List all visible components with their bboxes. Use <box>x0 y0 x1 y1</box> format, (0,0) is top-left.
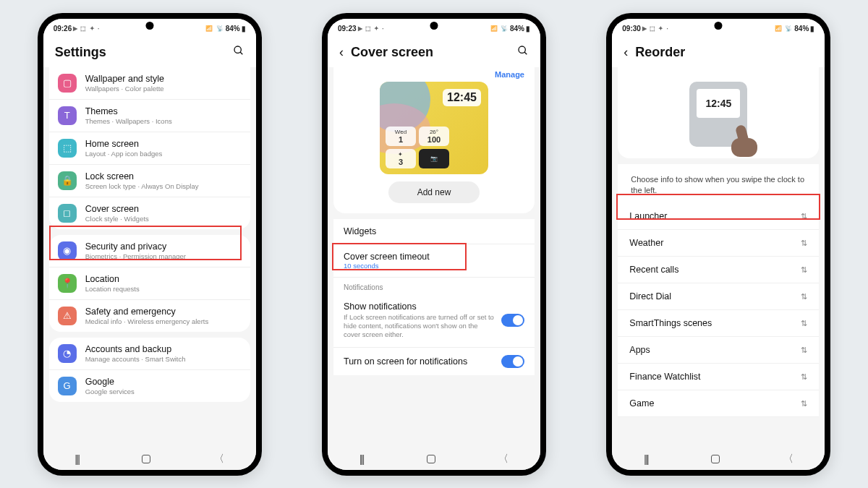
signal-wifi-icon: 📶 📡 <box>490 25 509 32</box>
preview-clock: 12:45 <box>443 89 481 106</box>
camera-cutout <box>715 22 723 30</box>
camera-cutout <box>430 22 438 30</box>
hand-icon <box>731 132 760 154</box>
svg-line-3 <box>524 52 527 54</box>
turn-on-toggle[interactable] <box>501 355 524 368</box>
signal-wifi-icon: 📶 📡 <box>205 25 224 32</box>
drag-handle-icon[interactable]: ⇅ <box>801 399 807 408</box>
reorder-item-launcher[interactable]: Launcher⇅ <box>618 203 819 230</box>
page-title: Cover screen <box>351 45 433 60</box>
reorder-content: 12:45 Choose info to show when you swipe… <box>612 67 825 448</box>
reorder-item-weather[interactable]: Weather⇅ <box>618 230 819 257</box>
drag-handle-icon[interactable]: ⇅ <box>801 319 807 328</box>
drag-handle-icon[interactable]: ⇅ <box>801 265 807 275</box>
drag-handle-icon[interactable]: ⇅ <box>801 372 807 382</box>
settings-row-wallpaper-and-style[interactable]: ▢ Wallpaper and styleWallpapers · Color … <box>49 67 250 100</box>
settings-row-lock-screen[interactable]: 🔒 Lock screenScreen lock type · Always O… <box>49 165 250 197</box>
drag-handle-icon[interactable]: ⇅ <box>801 212 807 221</box>
security-icon: ◉ <box>58 241 77 260</box>
svg-point-2 <box>519 46 525 53</box>
location-icon: 📍 <box>58 274 77 293</box>
nav-home[interactable] <box>142 455 150 463</box>
nav-home[interactable] <box>427 455 435 463</box>
status-left-icons: ▶ ⬚ ✦ · <box>73 25 100 32</box>
nav-back[interactable]: 〈 <box>498 453 509 466</box>
preview-area: Manage 12:45 Wed1 26°100 ✦3 📷 Add new <box>333 67 535 213</box>
preview-widget-weather: 26°100 <box>419 127 449 146</box>
settings-row-themes[interactable]: T ThemesThemes · Wallpapers · Icons <box>49 100 250 132</box>
reorder-item-direct-dial[interactable]: Direct Dial⇅ <box>618 283 819 310</box>
cover-content: Manage 12:45 Wed1 26°100 ✦3 📷 Add new Wi… <box>328 67 540 448</box>
battery-text: 84% <box>226 25 240 33</box>
nav-bar: ||| 〈 <box>43 448 256 470</box>
settings-row-accounts-and-backup[interactable]: ◔ Accounts and backupManage accounts · S… <box>49 338 250 370</box>
themes-icon: T <box>58 106 77 125</box>
google-icon: G <box>58 377 77 395</box>
battery-text: 84% <box>510 25 524 33</box>
settings-row-cover-screen[interactable]: ◻ Cover screenClock style · Widgets <box>49 197 250 229</box>
drag-handle-icon[interactable]: ⇅ <box>801 239 807 248</box>
nav-bar: ||| 〈 <box>328 448 540 470</box>
add-new-button[interactable]: Add new <box>388 181 480 203</box>
illustration: 12:45 <box>618 67 819 158</box>
timeout-row[interactable]: Cover screen timeout 10 seconds <box>333 244 535 278</box>
turn-on-row[interactable]: Turn on screen for notifications <box>333 348 535 375</box>
show-notif-toggle[interactable] <box>501 314 524 327</box>
drag-handle-icon[interactable]: ⇅ <box>801 346 807 355</box>
preview-widget-count: ✦3 <box>386 149 416 168</box>
search-icon[interactable] <box>233 45 244 59</box>
settings-row-home-screen[interactable]: ⬚ Home screenLayout · App icon badges <box>49 132 250 165</box>
nav-recent[interactable]: ||| <box>75 453 79 465</box>
status-left-icons: ▶ ⬚ ✦ · <box>642 25 669 32</box>
widgets-section: Widgets Cover screen timeout 10 seconds … <box>333 219 535 375</box>
nav-home[interactable] <box>711 455 720 463</box>
page-title: Settings <box>55 45 106 60</box>
preview-widget-camera: 📷 <box>419 149 449 168</box>
cover-preview[interactable]: 12:45 Wed1 26°100 ✦3 📷 <box>380 82 488 174</box>
reorder-item-game[interactable]: Game⇅ <box>618 390 819 417</box>
safety-icon: ⚠ <box>58 307 77 325</box>
reorder-item-recent-calls[interactable]: Recent calls⇅ <box>618 257 819 283</box>
reorder-item-smartthings-scenes[interactable]: SmartThings scenes⇅ <box>618 310 819 337</box>
illus-clock: 12:45 <box>697 89 740 118</box>
lock-icon: 🔒 <box>58 171 77 190</box>
phone-cover-screen: 09:23 ▶ ⬚ ✦ · 📶 📡 84%▮ ‹ Cover screen Ma… <box>322 13 546 476</box>
reorder-item-apps[interactable]: Apps⇅ <box>618 337 819 364</box>
phone-settings: 09:26 ▶ ⬚ ✦ · 📶 📡 84%▮ Settings ▢ Wallpa… <box>38 13 262 476</box>
search-icon[interactable] <box>517 45 529 59</box>
nav-back[interactable]: 〈 <box>214 453 224 466</box>
manage-link[interactable]: Manage <box>495 70 524 79</box>
back-icon[interactable]: ‹ <box>339 45 344 60</box>
svg-line-1 <box>240 52 242 54</box>
info-text: Choose info to show when you swipe the c… <box>618 164 819 204</box>
camera-cutout <box>145 22 153 30</box>
reorder-list: Choose info to show when you swipe the c… <box>618 164 819 418</box>
drag-handle-icon[interactable]: ⇅ <box>801 292 807 301</box>
settings-row-google[interactable]: G GoogleGoogle services <box>49 370 250 402</box>
clock: 09:26 <box>54 25 72 33</box>
nav-recent[interactable]: ||| <box>644 453 648 465</box>
show-notif-row[interactable]: Show notifications If Lock screen notifi… <box>333 294 535 348</box>
signal-wifi-icon: 📶 📡 <box>775 25 793 32</box>
status-left-icons: ▶ ⬚ ✦ · <box>358 25 385 32</box>
nav-recent[interactable]: ||| <box>359 453 364 465</box>
preview-widget-date: Wed1 <box>386 127 416 146</box>
accounts-icon: ◔ <box>58 344 77 363</box>
reorder-header: ‹ Reorder <box>612 39 825 67</box>
back-icon[interactable]: ‹ <box>624 45 628 60</box>
settings-list: ▢ Wallpaper and styleWallpapers · Color … <box>43 67 256 448</box>
nav-back[interactable]: 〈 <box>783 453 793 466</box>
cover-header: ‹ Cover screen <box>328 39 540 67</box>
wallpaper-icon: ▢ <box>58 74 77 93</box>
nav-bar: ||| 〈 <box>612 448 825 470</box>
settings-row-location[interactable]: 📍 LocationLocation requests <box>49 267 250 300</box>
settings-row-security-and-privacy[interactable]: ◉ Security and privacyBiometrics · Permi… <box>49 235 250 267</box>
notif-header: Notifications <box>333 278 535 294</box>
phone-reorder: 09:30 ▶ ⬚ ✦ · 📶 📡 84%▮ ‹ Reorder 12:45 C… <box>606 13 830 476</box>
widgets-row[interactable]: Widgets <box>333 219 535 244</box>
reorder-item-finance-watchlist[interactable]: Finance Watchlist⇅ <box>618 364 819 390</box>
clock: 09:23 <box>338 25 357 33</box>
cover-icon: ◻ <box>58 204 77 223</box>
clock: 09:30 <box>622 25 641 33</box>
settings-row-safety-and-emergency[interactable]: ⚠ Safety and emergencyMedical info · Wir… <box>49 300 250 332</box>
